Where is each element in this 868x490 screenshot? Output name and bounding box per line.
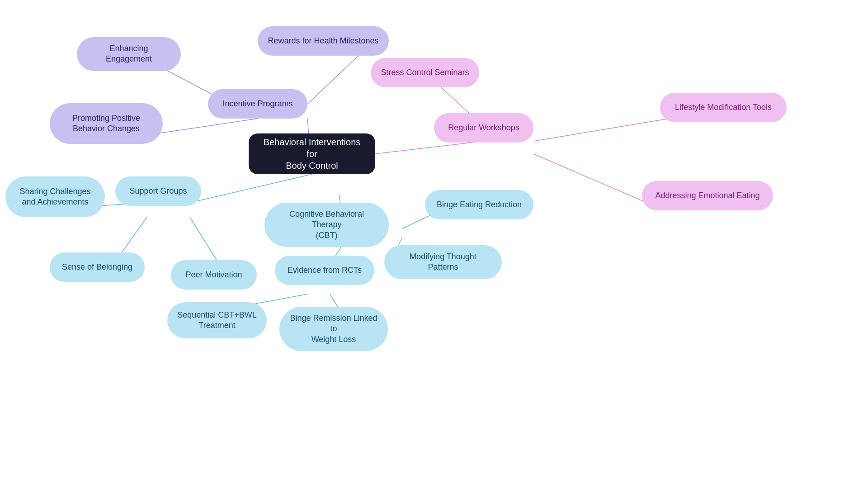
node-rewards-label: Rewards for Health Milestones bbox=[268, 36, 378, 46]
node-binge-eating[interactable]: Binge Eating Reduction bbox=[425, 190, 533, 219]
node-lifestyle-label: Lifestyle Modification Tools bbox=[675, 102, 772, 113]
node-belonging-label: Sense of Belonging bbox=[62, 262, 132, 272]
node-evidence-label: Evidence from RCTs bbox=[288, 265, 362, 276]
node-support-label: Support Groups bbox=[129, 186, 187, 196]
node-stress-label: Stress Control Seminars bbox=[381, 67, 469, 78]
node-sharing-label: Sharing Challenges and Achievements bbox=[15, 186, 95, 208]
svg-line-8 bbox=[375, 141, 484, 154]
node-modifying-thought[interactable]: Modifying Thought Patterns bbox=[384, 245, 502, 279]
node-evidence-rct[interactable]: Evidence from RCTs bbox=[275, 256, 374, 285]
node-stress-control[interactable]: Stress Control Seminars bbox=[371, 58, 479, 87]
svg-line-13 bbox=[402, 214, 434, 228]
svg-line-4 bbox=[190, 174, 312, 203]
node-enhancing-label: Enhancing Engagement bbox=[87, 43, 171, 65]
node-remission-label: Binge Remission Linked to Weight Loss bbox=[289, 313, 378, 345]
node-lifestyle-modification[interactable]: Lifestyle Modification Tools bbox=[660, 93, 787, 122]
node-regular-workshops[interactable]: Regular Workshops bbox=[434, 113, 533, 143]
node-peer-motivation[interactable]: Peer Motivation bbox=[171, 260, 257, 290]
node-peer-label: Peer Motivation bbox=[185, 270, 242, 280]
node-sense-of-belonging[interactable]: Sense of Belonging bbox=[50, 252, 145, 282]
node-incentive-programs[interactable]: Incentive Programs bbox=[208, 89, 307, 119]
node-enhancing-engagement[interactable]: Enhancing Engagement bbox=[77, 37, 181, 71]
node-binge-label: Binge Eating Reduction bbox=[437, 200, 522, 210]
node-sharing-challenges[interactable]: Sharing Challenges and Achievements bbox=[5, 176, 105, 217]
center-node: Behavioral Interventions for Body Contro… bbox=[249, 133, 375, 174]
node-workshops-label: Regular Workshops bbox=[448, 123, 519, 133]
node-sequential-label: Sequential CBT+BWL Treatment bbox=[177, 310, 257, 331]
node-rewards-health[interactable]: Rewards for Health Milestones bbox=[258, 26, 389, 56]
center-label: Behavioral Interventions for Body Contro… bbox=[259, 136, 365, 171]
node-binge-remission[interactable]: Binge Remission Linked to Weight Loss bbox=[279, 307, 388, 351]
node-modifying-label: Modifying Thought Patterns bbox=[394, 252, 492, 273]
node-promoting-positive[interactable]: Promoting Positive Behavior Changes bbox=[50, 103, 163, 144]
node-incentive-label: Incentive Programs bbox=[222, 99, 292, 109]
svg-line-11 bbox=[533, 154, 651, 205]
node-cbt[interactable]: Cognitive Behavioral Therapy (CBT) bbox=[264, 203, 389, 247]
node-promoting-label: Promoting Positive Behavior Changes bbox=[60, 113, 153, 134]
node-addressing-emotional[interactable]: Addressing Emotional Eating bbox=[642, 181, 773, 210]
node-support-groups[interactable]: Support Groups bbox=[115, 176, 201, 206]
node-cbt-label: Cognitive Behavioral Therapy (CBT) bbox=[274, 209, 379, 241]
node-sequential-cbt[interactable]: Sequential CBT+BWL Treatment bbox=[167, 302, 267, 338]
node-addressing-label: Addressing Emotional Eating bbox=[655, 190, 760, 201]
svg-line-1 bbox=[307, 55, 359, 104]
svg-line-10 bbox=[533, 119, 669, 141]
